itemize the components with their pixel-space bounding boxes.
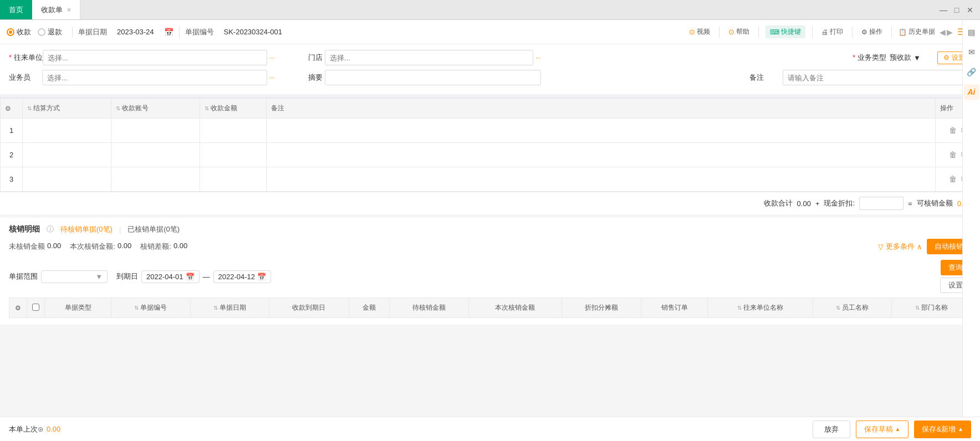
row-2-delete-icon[interactable]: 🗑 [949, 150, 957, 160]
row-2-amount[interactable] [200, 143, 267, 167]
diff-value: 0.00 [173, 242, 187, 252]
business-type-label: * 业务类型 [853, 53, 886, 63]
date-value: 2023-03-24 [117, 28, 154, 36]
divider-4 [758, 27, 759, 38]
date-from-value: 2022-04-01 [146, 273, 183, 281]
footer: 本单上次⊙ 0.00 放弃 保存草稿 ▲ 保存&新增 ▲ [0, 417, 980, 441]
nav-arrows: ◀ ▶ [940, 28, 953, 37]
row-2-remark[interactable] [267, 143, 936, 167]
th-checkbox[interactable] [27, 298, 45, 318]
minimize-btn[interactable]: — [938, 4, 949, 16]
history-btn[interactable]: 📋 历史单据 [899, 27, 935, 37]
row-3-num: 3 [1, 167, 23, 192]
tab-close-icon[interactable]: × [67, 6, 71, 14]
nav-right-icon[interactable]: ▶ [947, 28, 953, 37]
th-number: ⇅ 单据编号 [111, 298, 190, 318]
th-current-bottom: 本次核销金额 [469, 298, 562, 318]
number-value: SK-20230324-001 [224, 28, 283, 36]
remark-label: 备注 [749, 73, 783, 83]
print-icon: 🖨 [821, 28, 828, 36]
row-1-amount[interactable] [200, 119, 267, 143]
divider-3 [719, 27, 719, 38]
filter-icon: ▽ [878, 243, 884, 251]
row-2-num: 2 [1, 143, 23, 167]
row-3-settlement[interactable] [23, 167, 111, 192]
date-to-value: 2022-04-12 [218, 273, 256, 281]
discard-btn[interactable]: 放弃 [813, 421, 850, 438]
video-btn[interactable]: ⊙ 视频 [687, 26, 712, 38]
row-1-settlement[interactable] [23, 119, 111, 143]
shop-input[interactable] [325, 50, 533, 65]
sidebar-mail-icon[interactable]: ✉ [964, 44, 979, 60]
verify-info-icon[interactable]: ⓘ [47, 224, 54, 234]
more-conditions-btn[interactable]: ▽ 更多条件 ∧ [878, 239, 922, 254]
th-settings[interactable]: ⚙ [1, 99, 23, 119]
th-account-label: 收款账号 [122, 104, 149, 112]
counterpart-more-icon[interactable]: ··· [269, 54, 275, 61]
row-2-account[interactable] [111, 143, 200, 167]
main-content: * 往来单位 ··· 门店 ··· * 业务类型 预收款 ▼ [0, 44, 980, 441]
row-2-settlement[interactable] [23, 143, 111, 167]
row-1-account[interactable] [111, 119, 200, 143]
nav-left-icon[interactable]: ◀ [940, 28, 946, 37]
operation-btn[interactable]: ⚙ 操作 [859, 26, 885, 38]
th-pending-label: 待核销金额 [412, 304, 446, 311]
row-3-amount[interactable] [200, 167, 267, 192]
unverified-value: 0.00 [47, 242, 61, 252]
row-1-delete-icon[interactable]: 🗑 [949, 126, 957, 135]
filter-row: 单据范围 ▼ 到期日 2022-04-01 📅 — 2022-04-12 [9, 260, 971, 293]
save-new-btn[interactable]: 保存&新增 ▲ [914, 421, 971, 438]
date-from-input[interactable]: 2022-04-01 📅 [141, 270, 200, 283]
remark-input[interactable] [783, 70, 971, 85]
sidebar-link-icon[interactable]: 🔗 [964, 64, 979, 80]
save-draft-arrow-icon: ▲ [895, 426, 901, 432]
date-to-input[interactable]: 2022-04-12 📅 [213, 270, 272, 283]
radio-dot-tuikuan [38, 28, 45, 36]
divider-6 [852, 27, 853, 38]
summary-input[interactable] [325, 70, 541, 85]
radio-shoukuan[interactable]: 收款 [7, 27, 31, 37]
sidebar-ai-icon[interactable]: Ai [964, 84, 979, 100]
help-btn[interactable]: ⊙ 帮助 [726, 26, 752, 38]
row-1-remark[interactable] [267, 119, 936, 143]
print-btn[interactable]: 🖨 打印 [819, 26, 845, 38]
salesperson-input[interactable] [42, 70, 267, 85]
current-label: 本次核销金额: [70, 242, 115, 252]
mail-sidebar-icon: ✉ [968, 48, 975, 57]
discount-input[interactable] [859, 197, 904, 210]
available-label: 可核销金额 [917, 198, 953, 208]
close-btn[interactable]: ✕ [964, 4, 976, 16]
row-1-num: 1 [1, 119, 23, 143]
tab-home[interactable]: 首页 [0, 0, 32, 19]
date-calendar-icon[interactable]: 📅 [164, 28, 173, 37]
maximize-btn[interactable]: □ [951, 4, 962, 16]
table-section: ⚙ ⇅ 结算方式 ⇅ 收款账号 ⇅ 收款金额 [0, 98, 980, 214]
date-label: 单据日期 [78, 27, 107, 37]
row-3-account[interactable] [111, 167, 200, 192]
business-type-select[interactable]: 预收款 ▼ [890, 53, 934, 63]
save-draft-btn[interactable]: 保存草稿 ▲ [856, 421, 909, 438]
row-3-delete-icon[interactable]: 🗑 [949, 175, 957, 184]
pending-tab[interactable]: 待核销单据(0笔) [60, 224, 113, 234]
th-type: 单据类型 [45, 298, 111, 318]
row-3-remark[interactable] [267, 167, 936, 192]
shop-more-icon[interactable]: ··· [535, 54, 541, 61]
tab-shoukuan[interactable]: 收款单 × [32, 0, 80, 19]
counterpart-input[interactable] [43, 50, 267, 65]
select-all-checkbox[interactable] [32, 304, 39, 311]
date-field: 单据日期 2023-03-24 📅 [78, 27, 173, 37]
filter-left: 单据范围 ▼ 到期日 2022-04-01 📅 — 2022-04-12 [9, 270, 271, 283]
th-current-bottom-label: 本次核销金额 [495, 304, 535, 311]
done-tab[interactable]: 已核销单据(0笔) [127, 224, 180, 234]
current-value: 0.00 [118, 242, 131, 252]
shortcut-icon: ⌨ [770, 28, 779, 36]
th-remark-label: 备注 [271, 104, 284, 112]
th-order: 销售订单 [641, 298, 708, 318]
shortcut-btn[interactable]: ⌨ 快捷键 [765, 25, 805, 38]
salesperson-more-icon[interactable]: ··· [269, 74, 275, 81]
range-select[interactable]: ▼ [41, 270, 108, 283]
divider-1 [72, 27, 73, 38]
sidebar-table-icon[interactable]: ▤ [964, 24, 979, 40]
th-settings-bottom[interactable]: ⚙ [9, 298, 27, 318]
radio-tuikuan[interactable]: 退款 [38, 27, 62, 37]
